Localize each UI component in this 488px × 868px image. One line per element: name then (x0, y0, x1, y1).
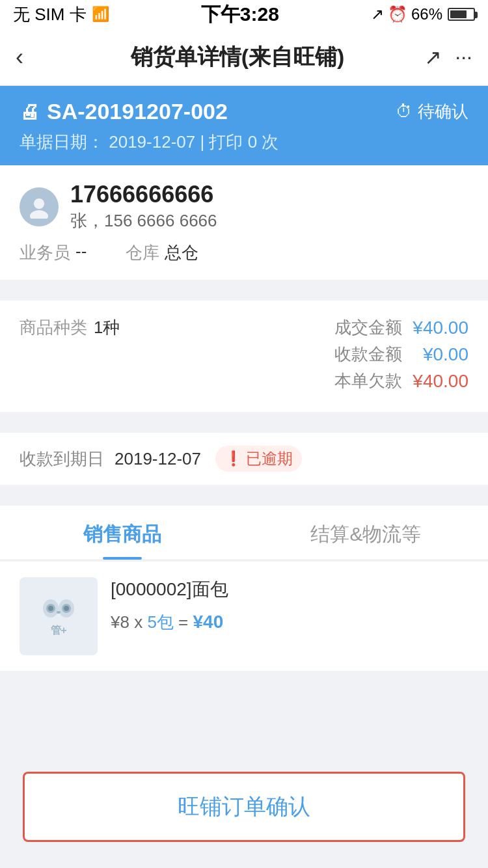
tab-sales[interactable]: 销售商品 (0, 506, 244, 560)
product-thumbnail: 管+ (20, 577, 98, 655)
status-icon: ⏱ (396, 102, 413, 122)
amount-label: 成交金额 (334, 316, 402, 339)
divider-3 (0, 495, 488, 506)
svg-point-7 (64, 606, 69, 611)
divider-1 (0, 290, 488, 301)
amount-row: 成交金额 ¥40.00 (334, 316, 468, 339)
received-row: 收款金额 ¥0.00 (334, 343, 468, 366)
header-card-top: 🖨 SA-20191207-002 ⏱ 待确认 (20, 99, 468, 124)
price-equals: = (178, 612, 188, 632)
type-label: 商品种类 (20, 316, 87, 339)
summary-row: 商品种类 1种 成交金额 ¥40.00 收款金额 ¥0.00 本单欠款 ¥40.… (20, 316, 468, 396)
status-left: 无 SIM 卡 📶 (13, 3, 109, 26)
battery-text: 66% (411, 5, 442, 23)
date-label: 单据日期： (20, 132, 104, 152)
price-multiply: x (134, 612, 142, 632)
status-right: ↗ ⏰ 66% (371, 5, 475, 23)
order-id-text: SA-20191207-002 (47, 99, 228, 124)
received-label: 收款金额 (334, 343, 402, 366)
amount-value: ¥40.00 (413, 318, 468, 338)
overdue-text: 已逾期 (246, 448, 293, 469)
share-icon[interactable]: ↗ (424, 45, 442, 70)
svg-point-8 (57, 611, 61, 614)
summary-left: 商品种类 1种 (20, 316, 120, 343)
svg-point-0 (34, 198, 44, 209)
print-label: | 打印 (200, 132, 243, 152)
sales-label: 业务员 (20, 241, 70, 264)
customer-info: 17666666666 张，156 6666 6666 (70, 181, 217, 232)
summary-right: 成交金额 ¥40.00 收款金额 ¥0.00 本单欠款 ¥40.00 (334, 316, 468, 396)
owe-label: 本单欠款 (334, 370, 402, 392)
summary-card: 商品种类 1种 成交金额 ¥40.00 收款金额 ¥0.00 本单欠款 ¥40.… (0, 301, 488, 412)
order-icon: 🖨 (20, 101, 39, 123)
customer-avatar (20, 187, 59, 226)
customer-phone: 17666666666 (70, 181, 217, 208)
price-total: ¥40 (193, 612, 224, 632)
status-text: 待确认 (418, 100, 468, 123)
order-meta: 单据日期： 2019-12-07 | 打印 0 次 (20, 131, 468, 154)
owe-value: ¥40.00 (413, 371, 468, 392)
overdue-badge: ❗ 已逾期 (215, 446, 302, 472)
nav-actions: ↗ ··· (420, 45, 472, 70)
carrier-text: 无 SIM 卡 (13, 3, 87, 26)
owe-row: 本单欠款 ¥40.00 (334, 370, 468, 392)
customer-sub-info: 张，156 6666 6666 (70, 210, 217, 232)
back-button[interactable]: ‹ (16, 44, 55, 71)
received-value: ¥0.00 (423, 344, 468, 365)
product-info: [0000002]面包 ¥8 x 5包 = ¥40 (111, 577, 468, 655)
warehouse-label: 仓库 (126, 241, 159, 264)
header-card: 🖨 SA-20191207-002 ⏱ 待确认 单据日期： 2019-12-07… (0, 86, 488, 165)
tab-sales-label: 销售商品 (83, 523, 161, 545)
divider-2 (0, 422, 488, 433)
page-title: 销货单详情(来自旺铺) (55, 42, 420, 72)
order-status: ⏱ 待确认 (396, 100, 468, 123)
confirm-button[interactable]: 旺铺订单确认 (23, 772, 465, 842)
status-time: 下午3:28 (201, 1, 279, 28)
overdue-icon: ❗ (224, 450, 242, 467)
product-item: 管+ [0000002]面包 ¥8 x 5包 = ¥40 (0, 562, 488, 671)
battery-icon (448, 8, 475, 21)
nav-bar: ‹ 销货单详情(来自旺铺) ↗ ··· (0, 29, 488, 86)
svg-point-6 (48, 606, 53, 611)
type-value: 1种 (94, 316, 120, 339)
more-icon[interactable]: ··· (455, 45, 472, 69)
sales-info: 业务员 -- (20, 241, 87, 264)
price-quantity: 5包 (147, 612, 173, 632)
customer-details: 业务员 -- 仓库 总仓 (20, 241, 468, 264)
wifi-icon: 📶 (92, 6, 109, 23)
product-brand-text: 管+ (51, 624, 66, 638)
alarm-icon: ⏰ (388, 5, 407, 23)
product-name: [0000002]面包 (111, 577, 468, 602)
location-icon: ↗ (371, 5, 384, 23)
svg-point-1 (30, 210, 48, 219)
tab-settlement-label: 结算&物流等 (310, 523, 421, 545)
customer-top: 17666666666 张，156 6666 6666 (20, 181, 468, 232)
sales-value: -- (75, 241, 87, 264)
print-count: 0 (248, 132, 257, 152)
tabs-bar: 销售商品 结算&物流等 (0, 506, 488, 560)
due-date-label: 收款到期日 (20, 448, 104, 470)
product-section: 管+ [0000002]面包 ¥8 x 5包 = ¥40 (0, 562, 488, 671)
product-type-row: 商品种类 1种 (20, 316, 120, 339)
tab-settlement[interactable]: 结算&物流等 (244, 506, 488, 560)
customer-card: 17666666666 张，156 6666 6666 业务员 -- 仓库 总仓 (0, 165, 488, 280)
date-value: 2019-12-07 (109, 132, 195, 152)
product-price: ¥8 x 5包 = ¥40 (111, 611, 468, 634)
price-value: ¥8 (111, 612, 129, 632)
confirm-button-wrapper: 旺铺订单确认 (23, 772, 465, 842)
due-date-value: 2019-12-07 (115, 449, 201, 469)
warehouse-value: 总仓 (165, 241, 198, 264)
status-bar: 无 SIM 卡 📶 下午3:28 ↗ ⏰ 66% (0, 0, 488, 29)
warehouse-info: 仓库 总仓 (126, 241, 198, 264)
product-thumb-inner: 管+ (39, 595, 78, 638)
due-date-card: 收款到期日 2019-12-07 ❗ 已逾期 (0, 433, 488, 485)
print-unit: 次 (262, 132, 278, 152)
order-id: 🖨 SA-20191207-002 (20, 99, 228, 124)
